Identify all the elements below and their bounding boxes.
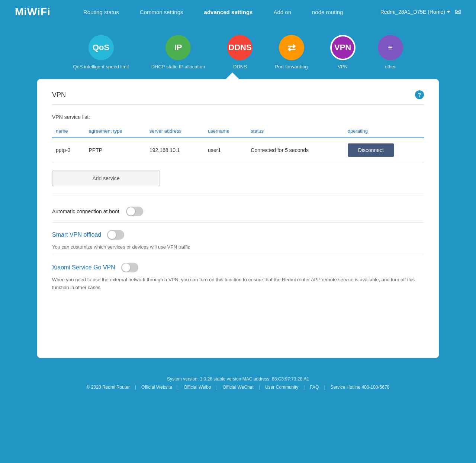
nav-addon[interactable]: Add on	[263, 9, 302, 15]
ddns-label: DDNS	[233, 64, 247, 69]
footer-links: © 2020 Redmi Router | Official Website |…	[0, 385, 476, 390]
xiaomi-vpn-thumb	[122, 263, 130, 272]
vpn-card: VPN ? VPN service list: name agreement t…	[37, 79, 439, 358]
auto-connect-toggle[interactable]	[126, 207, 143, 216]
row-status: Connected for 5 seconds	[247, 137, 344, 163]
logo: MiWiFi	[15, 6, 51, 18]
smart-vpn-toggle[interactable]	[107, 230, 124, 240]
row-operating: Disconnect	[344, 137, 424, 163]
ddns-icon: DDNS	[227, 35, 253, 60]
smart-vpn-track	[107, 230, 124, 240]
smart-vpn-description: You can customize which services or devi…	[52, 243, 424, 251]
header: MiWiFi Routing status Common settings ad…	[0, 0, 476, 24]
portfwd-icon: ⇄	[279, 35, 304, 60]
smart-vpn-header: Smart VPN offload	[52, 230, 424, 240]
other-label: other	[385, 64, 396, 69]
service-list-label: VPN service list:	[52, 114, 424, 120]
qos-label: QoS intelligent speed limit	[73, 64, 129, 69]
vpn-table-head: name agreement type server address usern…	[52, 125, 424, 137]
nav-node-routing[interactable]: node routing	[302, 9, 353, 15]
router-name-text: Redmi_28A1_D75E (Home)	[380, 9, 445, 15]
vpn-table-body: pptp-3 PPTP 192.168.10.1 user1 Connected…	[52, 137, 424, 163]
help-icon[interactable]: ?	[415, 90, 424, 99]
vpn-section-header: VPN ?	[52, 90, 424, 105]
icon-nav-ddns[interactable]: DDNS DDNS	[227, 35, 253, 69]
vpn-title: VPN	[52, 91, 66, 99]
xiaomi-vpn-title: Xiaomi Service Go VPN	[52, 264, 115, 271]
logo-text: MiWiFi	[15, 6, 51, 17]
chevron-down-icon	[447, 11, 450, 13]
icon-nav-wrapper: QoS QoS intelligent speed limit IP DHCP …	[0, 24, 476, 79]
icon-nav-vpn[interactable]: VPN VPN	[330, 35, 356, 69]
auto-connect-row: Automatic connection at boot	[52, 201, 424, 222]
row-name: pptp-3	[52, 137, 85, 163]
nav-common-settings[interactable]: Common settings	[129, 9, 194, 15]
footer: System version: 1.0.26 stable version MA…	[0, 369, 476, 396]
col-status: status	[247, 125, 344, 137]
icon-nav: QoS QoS intelligent speed limit IP DHCP …	[0, 24, 476, 69]
vpn-table-header-row: name agreement type server address usern…	[52, 125, 424, 137]
vpn-table: name agreement type server address usern…	[52, 125, 424, 163]
smart-vpn-section: Smart VPN offload You can customize whic…	[52, 222, 424, 255]
row-server-address: 192.168.10.1	[146, 137, 204, 163]
header-right: Redmi_28A1_D75E (Home) ✉	[380, 7, 461, 16]
col-server-address: server address	[146, 125, 204, 137]
main-area: VPN ? VPN service list: name agreement t…	[0, 79, 476, 369]
auto-connect-thumb	[127, 207, 135, 216]
row-agreement-type: PPTP	[85, 137, 146, 163]
icon-nav-ip[interactable]: IP DHCP static IP allocation	[151, 35, 205, 69]
row-username: user1	[204, 137, 247, 163]
vpn-arrow-up	[226, 72, 239, 79]
col-operating: operating	[344, 125, 424, 137]
footer-version: System version: 1.0.26 stable version MA…	[0, 376, 476, 382]
divider-1	[52, 194, 424, 194]
col-agreement-type: agreement type	[85, 125, 146, 137]
col-name: name	[52, 125, 85, 137]
other-icon: ≡	[378, 35, 403, 60]
vpn-icon: VPN	[330, 35, 356, 60]
footer-link-5[interactable]: Service Hotline 400-100-5678	[325, 385, 395, 390]
footer-link-3[interactable]: User Community	[260, 385, 303, 390]
mail-icon[interactable]: ✉	[455, 7, 461, 16]
qos-icon: QoS	[89, 35, 114, 60]
xiaomi-vpn-section: Xiaomi Service Go VPN When you need to u…	[52, 255, 424, 295]
ip-label: DHCP static IP allocation	[151, 64, 205, 69]
main-nav: Routing status Common settings advanced …	[73, 9, 380, 15]
xiaomi-vpn-toggle[interactable]	[121, 263, 138, 272]
smart-vpn-thumb	[108, 231, 116, 239]
footer-copyright: © 2020 Redmi Router	[81, 385, 135, 390]
col-username: username	[204, 125, 247, 137]
footer-link-0[interactable]: Official Website	[136, 385, 177, 390]
footer-link-1[interactable]: Official Weibo	[178, 385, 216, 390]
smart-vpn-title: Smart VPN offload	[52, 232, 101, 238]
table-row: pptp-3 PPTP 192.168.10.1 user1 Connected…	[52, 137, 424, 163]
auto-connect-track	[126, 207, 143, 216]
footer-link-2[interactable]: Official WeChat	[218, 385, 259, 390]
add-service-button[interactable]: Add service	[52, 171, 160, 186]
portfwd-label: Port forwarding	[275, 64, 308, 69]
xiaomi-vpn-description: When you need to use the external networ…	[52, 276, 424, 292]
icon-nav-qos[interactable]: QoS QoS intelligent speed limit	[73, 35, 129, 69]
disconnect-button[interactable]: Disconnect	[348, 143, 394, 157]
vpn-label: VPN	[338, 64, 348, 69]
nav-advanced-settings[interactable]: advanced settings	[194, 9, 263, 15]
nav-routing-status[interactable]: Routing status	[73, 9, 129, 15]
footer-link-4[interactable]: FAQ	[305, 385, 324, 390]
icon-nav-portfwd[interactable]: ⇄ Port forwarding	[275, 35, 308, 69]
router-name[interactable]: Redmi_28A1_D75E (Home)	[380, 9, 450, 15]
auto-connect-label: Automatic connection at boot	[52, 208, 119, 214]
icon-nav-other[interactable]: ≡ other	[378, 35, 403, 69]
xiaomi-vpn-header: Xiaomi Service Go VPN	[52, 263, 424, 272]
xiaomi-vpn-track	[121, 263, 138, 272]
ip-icon: IP	[165, 35, 191, 60]
vpn-arrow-container	[0, 69, 476, 79]
